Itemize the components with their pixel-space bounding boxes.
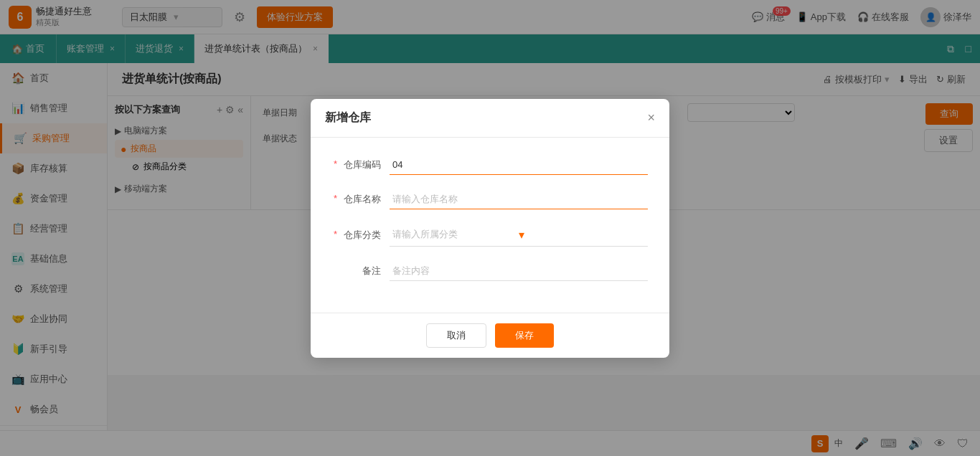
modal-label-name: 仓库名称 xyxy=(332,193,390,206)
modal-title: 新增仓库 xyxy=(325,110,371,125)
warehouse-category-select[interactable]: 请输入所属分类 ▾ xyxy=(390,224,648,247)
modal-overlay[interactable]: 新增仓库 × 仓库编码 仓库名称 仓库分类 请输入所属分类 ▾ xyxy=(0,0,980,456)
warehouse-name-input[interactable] xyxy=(390,189,648,209)
add-warehouse-modal: 新增仓库 × 仓库编码 仓库名称 仓库分类 请输入所属分类 ▾ xyxy=(311,99,669,358)
modal-label-code: 仓库编码 xyxy=(332,158,390,171)
modal-close-button[interactable]: × xyxy=(647,110,655,125)
modal-footer: 取消 保存 xyxy=(311,313,669,358)
modal-body: 仓库编码 仓库名称 仓库分类 请输入所属分类 ▾ 备注 xyxy=(311,138,669,313)
cancel-button[interactable]: 取消 xyxy=(426,323,486,348)
save-button[interactable]: 保存 xyxy=(495,323,554,348)
modal-label-remark: 备注 xyxy=(332,265,390,277)
modal-row-remark: 备注 xyxy=(332,261,648,281)
modal-row-category: 仓库分类 请输入所属分类 ▾ xyxy=(332,224,648,247)
chevron-down-icon: ▾ xyxy=(519,228,645,242)
modal-label-category: 仓库分类 xyxy=(332,229,390,242)
modal-row-code: 仓库编码 xyxy=(332,155,648,175)
category-placeholder: 请输入所属分类 xyxy=(392,228,519,241)
warehouse-code-input[interactable] xyxy=(390,155,648,175)
warehouse-remark-input[interactable] xyxy=(390,261,648,281)
modal-header: 新增仓库 × xyxy=(311,99,669,138)
modal-row-name: 仓库名称 xyxy=(332,189,648,209)
close-icon: × xyxy=(647,110,655,125)
